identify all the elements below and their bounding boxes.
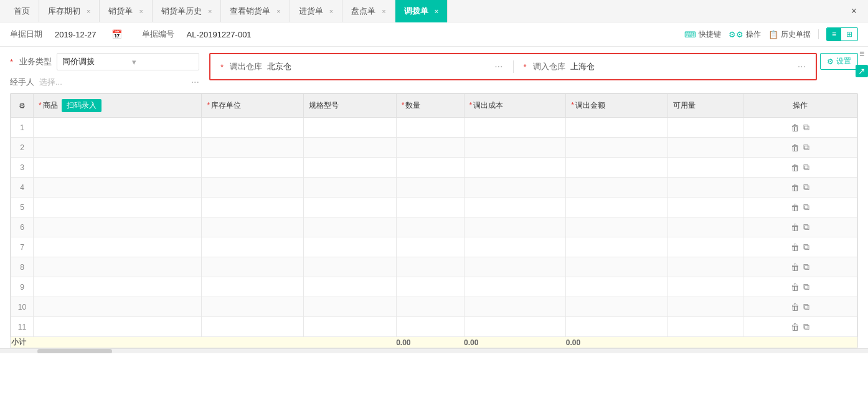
row-ops-11[interactable]: 🗑 ⧉ [743, 317, 857, 337]
tab-stocktake-close[interactable]: × [382, 7, 385, 15]
tab-sales-history-close[interactable]: × [208, 7, 212, 15]
copy-icon-5[interactable]: ⧉ [803, 202, 809, 212]
delete-icon-5[interactable]: 🗑 [791, 202, 800, 212]
tab-inventory-init[interactable]: 库存期初 × [39, 0, 100, 22]
settings-button[interactable]: ⚙ 设置 [820, 53, 858, 70]
row-product-8[interactable] [34, 257, 202, 277]
delete-icon-1[interactable]: 🗑 [791, 123, 800, 133]
row-product-9[interactable] [34, 277, 202, 297]
row-qty-11[interactable] [396, 317, 464, 337]
warehouse-out-dots[interactable]: ··· [494, 61, 502, 72]
sidebar-export-icon[interactable]: ↗ [856, 65, 868, 77]
row-cost-3[interactable] [464, 158, 566, 178]
copy-icon-1[interactable]: ⧉ [803, 122, 809, 133]
tab-purchase-order[interactable]: 进货单 × [290, 0, 342, 22]
row-cost-9[interactable] [464, 277, 566, 297]
tab-sales-history[interactable]: 销货单历史 × [153, 0, 221, 22]
delete-icon-9[interactable]: 🗑 [791, 282, 800, 292]
row-cost-4[interactable] [464, 178, 566, 198]
tab-stocktake[interactable]: 盘点单 × [342, 0, 395, 22]
delete-icon-11[interactable]: 🗑 [791, 322, 800, 332]
row-qty-7[interactable] [396, 237, 464, 257]
row-qty-5[interactable] [396, 198, 464, 217]
row-product-10[interactable] [34, 297, 202, 317]
warehouse-in-value[interactable]: 上海仓 [570, 61, 595, 72]
row-cost-1[interactable] [464, 118, 566, 138]
row-cost-11[interactable] [464, 317, 566, 337]
row-ops-6[interactable]: 🗑 ⧉ [743, 217, 857, 237]
row-ops-4[interactable]: 🗑 ⧉ [743, 178, 857, 198]
copy-icon-7[interactable]: ⧉ [803, 242, 809, 252]
row-qty-8[interactable] [396, 257, 464, 277]
row-ops-5[interactable]: 🗑 ⧉ [743, 198, 857, 217]
scan-button[interactable]: 扫码录入 [62, 99, 101, 112]
row-product-7[interactable] [34, 237, 202, 257]
row-amount-9[interactable] [566, 277, 668, 297]
row-ops-10[interactable]: 🗑 ⧉ [743, 297, 857, 317]
person-dots[interactable]: ··· [191, 77, 199, 88]
operations-button[interactable]: ⚙⚙ 操作 [729, 29, 761, 40]
row-ops-2[interactable]: 🗑 ⧉ [743, 138, 857, 158]
delete-icon-8[interactable]: 🗑 [791, 262, 800, 272]
delete-icon-10[interactable]: 🗑 [791, 302, 800, 312]
row-amount-6[interactable] [566, 217, 668, 237]
copy-icon-3[interactable]: ⧉ [803, 162, 809, 173]
row-amount-7[interactable] [566, 237, 668, 257]
row-product-5[interactable] [34, 198, 202, 217]
copy-icon-6[interactable]: ⧉ [803, 222, 809, 232]
col-gear[interactable]: ⚙ [11, 94, 34, 118]
tab-inventory-init-close[interactable]: × [87, 7, 90, 15]
row-product-11[interactable] [34, 317, 202, 337]
tab-home[interactable]: 首页 [5, 0, 39, 22]
row-ops-8[interactable]: 🗑 ⧉ [743, 257, 857, 277]
row-cost-6[interactable] [464, 217, 566, 237]
row-ops-7[interactable]: 🗑 ⧉ [743, 237, 857, 257]
row-product-3[interactable] [34, 158, 202, 178]
row-amount-2[interactable] [566, 138, 668, 158]
copy-icon-8[interactable]: ⧉ [803, 262, 809, 272]
row-product-4[interactable] [34, 178, 202, 198]
row-product-1[interactable] [34, 118, 202, 138]
date-value[interactable]: 2019-12-27 [55, 30, 97, 39]
copy-icon-10[interactable]: ⧉ [803, 302, 809, 312]
row-product-2[interactable] [34, 138, 202, 158]
tab-purchase-order-close[interactable]: × [329, 7, 333, 15]
business-type-select[interactable]: 同价调拨 ▾ [57, 53, 199, 70]
window-close-button[interactable]: × [845, 6, 863, 17]
scrollbar-thumb[interactable] [37, 349, 112, 353]
row-amount-1[interactable] [566, 118, 668, 138]
row-amount-11[interactable] [566, 317, 668, 337]
row-qty-1[interactable] [396, 118, 464, 138]
row-cost-2[interactable] [464, 138, 566, 158]
view-list-btn[interactable]: ≡ [827, 28, 841, 40]
history-button[interactable]: 📋 历史单据 [768, 29, 811, 40]
copy-icon-9[interactable]: ⧉ [803, 282, 809, 292]
warehouse-out-value[interactable]: 北京仓 [267, 61, 291, 72]
row-qty-10[interactable] [396, 297, 464, 317]
delete-icon-6[interactable]: 🗑 [791, 222, 800, 232]
row-qty-2[interactable] [396, 138, 464, 158]
tab-view-sales[interactable]: 查看销货单 × [221, 0, 290, 22]
row-amount-5[interactable] [566, 198, 668, 217]
row-cost-10[interactable] [464, 297, 566, 317]
copy-icon-11[interactable]: ⧉ [803, 321, 809, 332]
row-ops-9[interactable]: 🗑 ⧉ [743, 277, 857, 297]
row-qty-6[interactable] [396, 217, 464, 237]
tab-view-sales-close[interactable]: × [276, 7, 280, 15]
row-qty-9[interactable] [396, 277, 464, 297]
delete-icon-2[interactable]: 🗑 [791, 143, 800, 153]
row-cost-7[interactable] [464, 237, 566, 257]
row-amount-3[interactable] [566, 158, 668, 178]
tab-transfer-close[interactable]: × [435, 7, 438, 15]
row-qty-3[interactable] [396, 158, 464, 178]
row-cost-8[interactable] [464, 257, 566, 277]
sidebar-list-icon[interactable]: ≡ [856, 47, 868, 60]
shortcut-button[interactable]: ⌨ 快捷键 [684, 29, 721, 40]
delete-icon-7[interactable]: 🗑 [791, 242, 800, 252]
tab-sales-order-close[interactable]: × [139, 7, 143, 15]
tab-sales-order[interactable]: 销货单 × [100, 0, 152, 22]
row-amount-8[interactable] [566, 257, 668, 277]
calendar-icon[interactable]: 📅 [111, 29, 122, 39]
tab-transfer[interactable]: 调拨单 × [395, 0, 448, 22]
copy-icon-4[interactable]: ⧉ [803, 182, 809, 193]
